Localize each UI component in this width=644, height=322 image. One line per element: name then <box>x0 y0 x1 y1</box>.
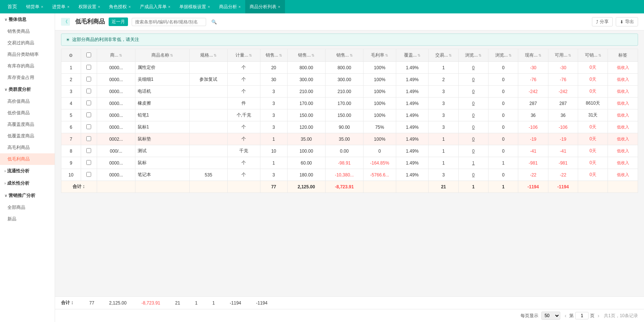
nav-template-setting[interactable]: 单据模板设置 × <box>175 0 214 13</box>
sidebar-item-low-value[interactable]: 低价值商品 <box>0 107 55 119</box>
close-product-analysis-list-icon[interactable]: × <box>278 4 280 9</box>
th-unit[interactable]: 计量...⇅ <box>227 49 260 62</box>
th-avail-stock[interactable]: 可用...⇅ <box>548 49 578 62</box>
cell-browse1[interactable]: 0 <box>458 145 488 157</box>
cell-name[interactable]: 吴细细1 <box>135 74 189 86</box>
close-template-setting-icon[interactable]: × <box>208 4 210 9</box>
th-tag[interactable]: 标签 <box>608 49 638 62</box>
row-checkbox[interactable] <box>86 148 91 153</box>
th-browse2[interactable]: 浏览...⇅ <box>488 49 518 62</box>
sidebar-item-high-coverage[interactable]: 高覆盖度商品 <box>0 119 55 130</box>
th-settings[interactable]: ⚙ <box>61 49 81 62</box>
sidebar-item-traded-products[interactable]: 交易过的商品 <box>0 37 55 49</box>
date-filter-button[interactable]: 近一月 <box>109 17 128 26</box>
cell-browse1[interactable]: 0 <box>458 74 488 86</box>
prev-page-button[interactable]: ‹ <box>563 312 568 319</box>
sidebar-item-low-coverage[interactable]: 低覆盖度商品 <box>0 130 55 142</box>
th-code[interactable]: 商...⇅ <box>97 49 135 62</box>
sidebar-item-high-gross[interactable]: 高毛利商品 <box>0 142 55 153</box>
sidebar-group-growth-title[interactable]: › 成长性分析 <box>0 177 55 189</box>
th-sales-amt[interactable]: 销售...⇅ <box>287 49 325 62</box>
page-input[interactable] <box>575 312 589 319</box>
sidebar-item-category-rate[interactable]: 商品分类助销率 <box>0 49 55 60</box>
th-gross-rate[interactable]: 毛利率⇅ <box>363 49 396 62</box>
sidebar-group-overall-title[interactable]: ∨ 整体信息 <box>0 13 55 26</box>
sidebar-item-low-gross[interactable]: 低毛利商品 <box>0 153 55 165</box>
close-permission-icon[interactable]: × <box>98 4 100 9</box>
th-browse1[interactable]: 浏览...⇅ <box>458 49 488 62</box>
next-page-button[interactable]: › <box>596 312 601 319</box>
th-current-stock[interactable]: 现有...⇅ <box>518 49 548 62</box>
nav-home[interactable]: 首页 <box>3 0 22 13</box>
row-checkbox[interactable] <box>86 112 91 117</box>
close-product-entry-icon[interactable]: × <box>168 4 170 9</box>
cell-name[interactable]: 测试 <box>135 145 189 157</box>
cell-browse1[interactable]: 0 <box>458 109 488 121</box>
cell-name[interactable]: 鼠标 <box>135 157 189 169</box>
nav-permission[interactable]: 权限设置 × <box>74 0 105 13</box>
cell-name[interactable]: 橡皮擦 <box>135 98 189 109</box>
cell-checkbox[interactable] <box>81 157 97 169</box>
close-product-analysis-icon[interactable]: × <box>238 4 241 9</box>
cell-browse1[interactable]: 0 <box>458 86 488 98</box>
th-name[interactable]: 商品名称⇅ <box>135 49 189 62</box>
row-checkbox[interactable] <box>86 101 91 105</box>
th-sales-qty[interactable]: 销售...⇅ <box>260 49 287 62</box>
cell-browse1[interactable]: 0 <box>458 133 488 145</box>
cell-checkbox[interactable] <box>81 86 97 98</box>
cell-name[interactable]: 鼠标1 <box>135 121 189 133</box>
sidebar-item-sales-products[interactable]: 销售类商品 <box>0 26 55 37</box>
th-trade[interactable]: 交易...⇅ <box>429 49 458 62</box>
cell-browse1[interactable]: 0 <box>458 98 488 109</box>
sidebar-item-all-products[interactable]: 全部商品 <box>0 202 55 213</box>
search-icon[interactable]: 🔍 <box>211 19 217 25</box>
cell-browse1[interactable]: 0 <box>458 169 488 181</box>
nav-product-entry[interactable]: 产成品入库单 × <box>135 0 175 13</box>
row-checkbox[interactable] <box>86 77 91 82</box>
share-button[interactable]: ⤴ 分享 <box>592 17 613 26</box>
row-checkbox[interactable] <box>86 65 91 70</box>
row-checkbox[interactable] <box>86 136 91 141</box>
th-sellable-days[interactable]: 可销...⇅ <box>578 49 608 62</box>
nav-sales-order[interactable]: 销货单 × <box>22 0 48 13</box>
cell-checkbox[interactable] <box>81 62 97 74</box>
cell-browse1[interactable]: 0 <box>458 62 488 74</box>
th-checkbox[interactable] <box>81 49 97 62</box>
cell-checkbox[interactable] <box>81 133 97 145</box>
per-page-select[interactable]: 50 100 200 <box>541 312 560 320</box>
nav-role-auth[interactable]: 角色授权 × <box>105 0 135 13</box>
select-all-checkbox[interactable] <box>86 52 91 57</box>
sidebar-group-marketing-title[interactable]: ∨ 营销推广分析 <box>0 189 55 202</box>
sidebar-item-new-products[interactable]: 新品 <box>0 213 55 225</box>
cell-name[interactable]: 电话机 <box>135 86 189 98</box>
cell-checkbox[interactable] <box>81 74 97 86</box>
cell-checkbox[interactable] <box>81 121 97 133</box>
row-checkbox[interactable] <box>86 89 91 93</box>
cell-checkbox[interactable] <box>81 98 97 109</box>
nav-purchase-order[interactable]: 进货单 × <box>48 0 74 13</box>
cell-checkbox[interactable] <box>81 109 97 121</box>
cell-checkbox[interactable] <box>81 169 97 181</box>
nav-product-analysis-list[interactable]: 商品分析列表 × <box>245 0 285 13</box>
sidebar-item-stock-capital[interactable]: 库存资金占用 <box>0 72 55 83</box>
row-checkbox[interactable] <box>86 124 91 129</box>
row-checkbox[interactable] <box>86 172 91 177</box>
th-cover[interactable]: 覆盖...⇅ <box>396 49 429 62</box>
close-role-auth-icon[interactable]: × <box>128 4 131 9</box>
cell-browse1[interactable]: 1 <box>458 157 488 169</box>
sidebar-item-stocked-products[interactable]: 有库存的商品 <box>0 60 55 72</box>
th-spec[interactable]: 规格...⇅ <box>189 49 227 62</box>
row-checkbox[interactable] <box>86 160 91 165</box>
close-sales-order-icon[interactable]: × <box>41 4 43 9</box>
close-purchase-order-icon[interactable]: × <box>67 4 69 9</box>
cell-name[interactable]: 笔记本 <box>135 169 189 181</box>
th-sales-profit[interactable]: 销售...⇅ <box>325 49 363 62</box>
search-input[interactable] <box>132 18 206 26</box>
cell-name[interactable]: 铅笔1 <box>135 109 189 121</box>
sidebar-item-high-value[interactable]: 高价值商品 <box>0 96 55 107</box>
cell-name[interactable]: 属性定价 <box>135 62 189 74</box>
export-button[interactable]: ⬇ 导出 <box>616 17 638 26</box>
cell-checkbox[interactable] <box>81 145 97 157</box>
nav-product-analysis[interactable]: 商品分析 × <box>215 0 245 13</box>
collapse-sidebar-button[interactable]: 《 <box>61 18 70 26</box>
